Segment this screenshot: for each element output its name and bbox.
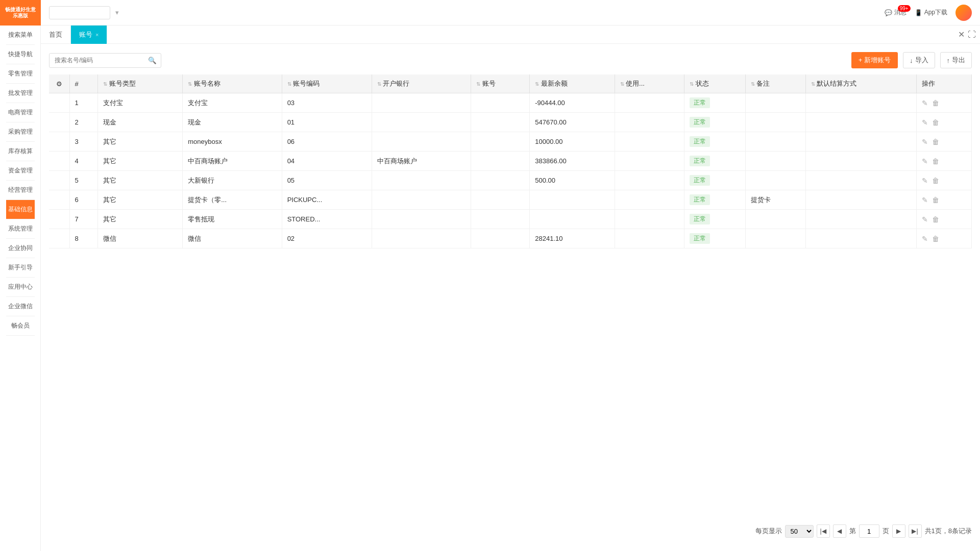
page-size-select[interactable]: 50 100 200 [785, 525, 814, 538]
cell-usage [615, 113, 684, 132]
cell-account [471, 132, 530, 152]
export-icon: ↑ [947, 57, 950, 64]
tab-close-account[interactable]: × [95, 32, 99, 38]
col-bank[interactable]: ⇅ 开户银行 [372, 74, 471, 93]
cell-settlement [805, 229, 916, 248]
delete-icon[interactable]: 🗑 [932, 118, 939, 127]
cell-remark [745, 210, 805, 229]
last-page-btn[interactable]: ▶| [909, 524, 922, 538]
cell-account [471, 190, 530, 210]
cell-balance: 10000.00 [530, 132, 615, 152]
page-size-label: 每页显示 [755, 527, 782, 536]
sidebar-item-app-center[interactable]: 应用中心 [6, 278, 35, 297]
page-input[interactable] [859, 524, 879, 538]
maximize-tab-btn[interactable]: ⛶ [968, 30, 976, 39]
search-box: 🔍 [49, 53, 161, 68]
topbar-dropdown-icon[interactable]: ▾ [115, 9, 119, 16]
content-area: 🔍 + 新增账号 ↓ 导入 ↑ 导出 [41, 44, 980, 551]
next-page-btn[interactable]: ▶ [892, 524, 905, 538]
cell-settlement [805, 171, 916, 190]
import-label: 导入 [915, 56, 928, 65]
col-status[interactable]: ⇅ 状态 [684, 74, 745, 93]
cell-balance [530, 210, 615, 229]
edit-icon[interactable]: ✎ [922, 196, 928, 204]
sidebar-item-purchase[interactable]: 采购管理 [6, 122, 35, 142]
cell-remark [745, 171, 805, 190]
cell-index: 2 [69, 113, 97, 132]
delete-icon[interactable]: 🗑 [932, 235, 939, 243]
sidebar-item-basic[interactable]: 基础信息 [6, 200, 35, 219]
cell-settlement [805, 113, 916, 132]
sidebar: 畅捷通好生意 乐惠版 搜索菜单快捷导航零售管理批发管理电商管理采购管理库存核算资… [0, 0, 41, 551]
status-badge: 正常 [690, 233, 710, 244]
import-button[interactable]: ↓ 导入 [903, 52, 935, 68]
sidebar-item-retail[interactable]: 零售管理 [6, 64, 35, 84]
edit-icon[interactable]: ✎ [922, 99, 928, 107]
delete-icon[interactable]: 🗑 [932, 99, 939, 107]
col-remark[interactable]: ⇅ 备注 [745, 74, 805, 93]
app-icon: 📱 [915, 9, 922, 16]
tab-account[interactable]: 账号× [71, 26, 107, 44]
sidebar-item-inventory[interactable]: 库存核算 [6, 142, 35, 161]
table-row: 4其它中百商场账户04中百商场账户383866.00正常✎🗑 [49, 152, 972, 171]
cell-usage [615, 190, 684, 210]
delete-icon[interactable]: 🗑 [932, 196, 939, 204]
cell-type: 微信 [97, 229, 182, 248]
sidebar-item-wechat[interactable]: 企业微信 [6, 297, 35, 316]
close-tab-btn[interactable]: ✕ [958, 30, 965, 39]
cell-name: 提货卡（零... [183, 190, 282, 210]
search-button[interactable]: 🔍 [144, 54, 161, 67]
col-name[interactable]: ⇅ 账号名称 [183, 74, 282, 93]
sidebar-item-quick-nav[interactable]: 快捷导航 [6, 45, 35, 64]
prev-page-btn[interactable]: ◀ [833, 524, 846, 538]
edit-icon[interactable]: ✎ [922, 215, 928, 223]
sidebar-item-finance[interactable]: 资金管理 [6, 161, 35, 181]
app-label: App下载 [924, 8, 947, 17]
sidebar-item-system[interactable]: 系统管理 [6, 219, 35, 239]
edit-icon[interactable]: ✎ [922, 235, 928, 243]
message-button[interactable]: 💬 消息 99+ [885, 8, 906, 17]
sidebar-item-agreement[interactable]: 企业协同 [6, 239, 35, 258]
col-balance[interactable]: ⇅ 最新余额 [530, 74, 615, 93]
topbar-search-input[interactable] [49, 6, 110, 19]
app-download-button[interactable]: 📱 App下载 [915, 8, 947, 17]
cell-bank [372, 210, 471, 229]
col-type[interactable]: ⇅ 账号类型 [97, 74, 182, 93]
delete-icon[interactable]: 🗑 [932, 215, 939, 223]
sidebar-item-operations[interactable]: 经营管理 [6, 181, 35, 200]
action-icons: ✎🗑 [922, 138, 966, 146]
edit-icon[interactable]: ✎ [922, 157, 928, 165]
sidebar-item-ecommerce[interactable]: 电商管理 [6, 103, 35, 122]
cell-bank: 中百商场账户 [372, 152, 471, 171]
cell-settings [49, 152, 69, 171]
edit-icon[interactable]: ✎ [922, 118, 928, 127]
sidebar-item-member[interactable]: 畅会员 [6, 316, 35, 336]
tab-home[interactable]: 首页 [41, 26, 71, 44]
sidebar-item-wholesale[interactable]: 批发管理 [6, 84, 35, 103]
search-input[interactable] [50, 54, 144, 67]
col-account[interactable]: ⇅ 账号 [471, 74, 530, 93]
delete-icon[interactable]: 🗑 [932, 138, 939, 146]
cell-settlement [805, 210, 916, 229]
toolbar-right: + 新增账号 ↓ 导入 ↑ 导出 [851, 52, 972, 68]
cell-code: 01 [282, 113, 372, 132]
col-settings[interactable]: ⚙ [49, 74, 69, 93]
export-button[interactable]: ↑ 导出 [940, 52, 972, 68]
edit-icon[interactable]: ✎ [922, 177, 928, 185]
topbar: ▾ 💬 消息 99+ 📱 App下载 [41, 0, 980, 26]
pagination: 每页显示 50 100 200 |◀ ◀ 第 页 ▶ ▶| 共1页，8条记录 [49, 519, 972, 543]
edit-icon[interactable]: ✎ [922, 138, 928, 146]
col-code[interactable]: ⇅ 账号编码 [282, 74, 372, 93]
sidebar-item-search[interactable]: 搜索菜单 [6, 26, 35, 45]
col-action: 操作 [916, 74, 971, 93]
avatar[interactable] [955, 5, 972, 21]
cell-account [471, 210, 530, 229]
sidebar-item-guide[interactable]: 新手引导 [6, 258, 35, 278]
add-account-button[interactable]: + 新增账号 [851, 52, 898, 68]
col-usage[interactable]: ⇅ 使用... [615, 74, 684, 93]
cell-usage [615, 229, 684, 248]
delete-icon[interactable]: 🗑 [932, 177, 939, 185]
col-settlement[interactable]: ⇅ 默认结算方式 [805, 74, 916, 93]
delete-icon[interactable]: 🗑 [932, 157, 939, 165]
first-page-btn[interactable]: |◀ [817, 524, 830, 538]
